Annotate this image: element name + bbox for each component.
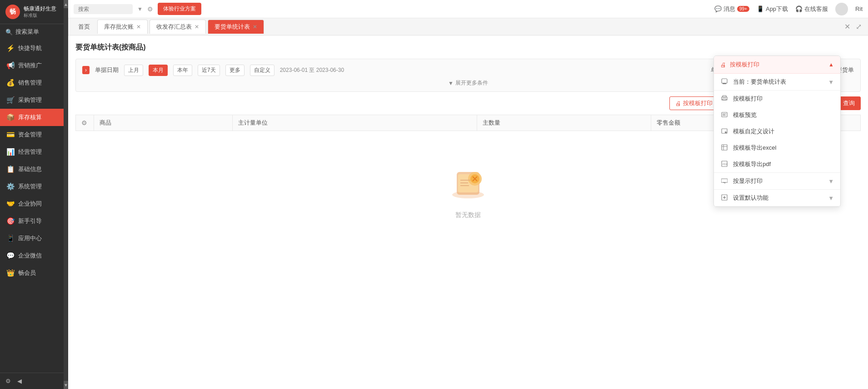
template-print-icon <box>720 95 728 103</box>
sidebar-scrollbar[interactable]: ▲ ▼ <box>64 0 68 389</box>
date-last7-btn[interactable]: 近7天 <box>198 65 220 76</box>
user-avatar[interactable] <box>835 3 848 15</box>
tab-expand-btn[interactable]: ⤢ <box>854 21 863 32</box>
sidebar-item-inventory[interactable]: 📦 库存核算 <box>0 109 64 126</box>
date-current-year-btn[interactable]: 本年 <box>173 65 192 76</box>
app-logo: 畅 畅康通好生意 标准版 <box>0 0 64 24</box>
user-name: Rit <box>855 5 863 12</box>
dropdown-print-icon: 🖨 <box>720 61 726 68</box>
topbar-right: 💬 消息 99+ 📱 App下载 🎧 在线客服 Rit <box>714 3 863 15</box>
sidebar-item-marketing[interactable]: 📢 营销推广 <box>0 57 64 74</box>
tab-batch[interactable]: 库存批次账 ✕ <box>97 20 148 34</box>
date-current-month-btn[interactable]: 本月 <box>149 65 168 76</box>
dropdown-header-chevron: ▲ <box>828 61 834 68</box>
empty-text: 暂无数据 <box>455 211 481 219</box>
date-more-btn[interactable]: 更多 <box>225 65 244 76</box>
date-filter-label: 单据日期 <box>95 66 119 74</box>
topbar-search[interactable] <box>74 4 133 14</box>
date-prev-month-btn[interactable]: 上月 <box>124 65 143 76</box>
wechat-icon: 💬 <box>6 252 15 260</box>
template-custom-icon <box>720 128 728 136</box>
tab-home[interactable]: 首页 <box>73 20 95 34</box>
sidebar: 畅 畅康通好生意 标准版 🔍 搜索菜单 ⚡ 快捷导航 📢 营销推广 💰 销售管理… <box>0 0 64 389</box>
experience-btn[interactable]: 体验行业方案 <box>158 3 201 15</box>
tab-order-summary[interactable]: 要货单统计表 ✕ <box>208 20 264 34</box>
sidebar-item-basic[interactable]: 📋 基础信息 <box>0 161 64 178</box>
finance-icon: 💳 <box>6 131 15 139</box>
sidebar-item-quicknav[interactable]: ⚡ 快捷导航 <box>0 40 64 57</box>
display-print-icon <box>720 177 728 185</box>
dropdown-template-pdf[interactable]: PDF 按模板导出pdf <box>714 156 840 172</box>
tab-batch-close[interactable]: ✕ <box>136 24 141 30</box>
purchase-icon: 🛒 <box>6 96 15 104</box>
topbar: ▼ ⚙ 体验行业方案 💬 消息 99+ 📱 App下载 🎧 在线客服 Rit <box>68 0 868 18</box>
dropdown-display-section: 按显示打印 ▼ <box>714 173 840 190</box>
message-badge: 99+ <box>737 6 749 12</box>
col-unit: 主计量单位 <box>233 115 477 131</box>
sidebar-search[interactable]: 🔍 搜索菜单 <box>0 24 64 40</box>
dropdown-template-preview[interactable]: 模板预览 <box>714 107 840 123</box>
dropdown-default-section: 设置默认功能 ▼ <box>714 190 840 207</box>
collapse-icon[interactable]: ◀ <box>17 378 22 384</box>
sidebar-item-operations[interactable]: 📊 经营管理 <box>0 143 64 161</box>
empty-illustration <box>445 158 491 204</box>
logo-text: 畅康通好生意 标准版 <box>24 5 56 19</box>
member-icon: 👑 <box>6 269 15 277</box>
svg-rect-27 <box>721 179 728 182</box>
dropdown-template-custom[interactable]: 模板自定义设计 <box>714 123 840 140</box>
sidebar-item-wechat[interactable]: 💬 企业微信 <box>0 247 64 264</box>
sidebar-item-guide[interactable]: 🎯 新手引导 <box>0 212 64 230</box>
sidebar-item-purchase[interactable]: 🛒 采购管理 <box>0 91 64 109</box>
sidebar-item-finance[interactable]: 💳 资金管理 <box>0 126 64 143</box>
current-icon <box>720 78 728 86</box>
date-custom-btn[interactable]: 自定义 <box>250 65 274 76</box>
svg-rect-10 <box>722 79 727 83</box>
tab-receipt-close[interactable]: ✕ <box>195 24 199 30</box>
message-btn[interactable]: 💬 消息 99+ <box>714 5 749 13</box>
content: 要货单统计表(按商品) › 单据日期 上月 本月 本年 近7天 更多 自定义 2… <box>68 35 868 389</box>
default-func-icon <box>720 194 728 202</box>
appstore-icon: 📱 <box>6 234 15 242</box>
scroll-down-btn[interactable]: ▼ <box>64 381 68 389</box>
dropdown-default-func[interactable]: 设置默认功能 ▼ <box>714 190 840 206</box>
column-settings-icon[interactable]: ⚙ <box>81 119 87 126</box>
print-dropdown: 🖨 按模板打印 ▲ 当前：要货单统计表 ▼ <box>713 56 841 207</box>
sidebar-item-sales[interactable]: 💰 销售管理 <box>0 74 64 91</box>
tab-order-close[interactable]: ✕ <box>253 24 257 30</box>
search-icon: 🔍 <box>5 29 13 35</box>
online-service-btn[interactable]: 🎧 在线客服 <box>795 5 828 13</box>
settings-icon[interactable]: ⚙ <box>5 378 11 384</box>
sidebar-item-appstore[interactable]: 📱 应用中心 <box>0 230 64 247</box>
sidebar-bottom: ⚙ ◀ <box>0 373 64 389</box>
dropdown-current-item[interactable]: 当前：要货单统计表 ▼ <box>714 74 840 90</box>
expand-chevron-icon: ▼ <box>448 80 454 86</box>
sales-icon: 💰 <box>6 79 15 87</box>
template-pdf-icon: PDF <box>720 161 728 168</box>
topbar-gear-icon[interactable]: ⚙ <box>147 5 153 13</box>
operations-icon: 📊 <box>6 148 15 156</box>
filter-expand-icon[interactable]: › <box>82 66 90 74</box>
scroll-up-btn[interactable]: ▲ <box>64 0 68 8</box>
tab-receipt-summary[interactable]: 收发存汇总表 ✕ <box>150 20 206 34</box>
dropdown-template-excel[interactable]: 按模板导出excel <box>714 140 840 156</box>
inventory-icon: 📦 <box>6 113 15 121</box>
dropdown-template-print[interactable]: 按模板打印 <box>714 91 840 107</box>
sidebar-item-member[interactable]: 👑 畅会员 <box>0 264 64 282</box>
dropdown-template-section: 按模板打印 模板预览 模板自定义设计 <box>714 91 840 173</box>
app-download-icon: 📱 <box>757 5 764 12</box>
sidebar-nav: ⚡ 快捷导航 📢 营销推广 💰 销售管理 🛒 采购管理 📦 库存核算 💳 资金管… <box>0 40 64 373</box>
col-goods: 商品 <box>94 115 233 131</box>
col-settings: ⚙ <box>76 115 94 131</box>
basic-icon: 📋 <box>6 165 15 173</box>
sidebar-item-system[interactable]: ⚙️ 系统管理 <box>0 178 64 195</box>
dropdown-current-section: 当前：要货单统计表 ▼ <box>714 74 840 91</box>
template-preview-icon <box>720 111 728 119</box>
page-title: 要货单统计表(按商品) <box>75 43 861 52</box>
tab-close-all-btn[interactable]: ✕ <box>843 21 852 32</box>
sidebar-item-enterprise[interactable]: 🤝 企业协同 <box>0 195 64 212</box>
svg-rect-14 <box>723 99 726 100</box>
dropdown-header[interactable]: 🖨 按模板打印 ▲ <box>714 56 840 74</box>
dropdown-display-print[interactable]: 按显示打印 ▼ <box>714 173 840 189</box>
app-download-btn[interactable]: 📱 App下载 <box>757 5 788 13</box>
topbar-dropdown-arrow[interactable]: ▼ <box>137 6 143 12</box>
